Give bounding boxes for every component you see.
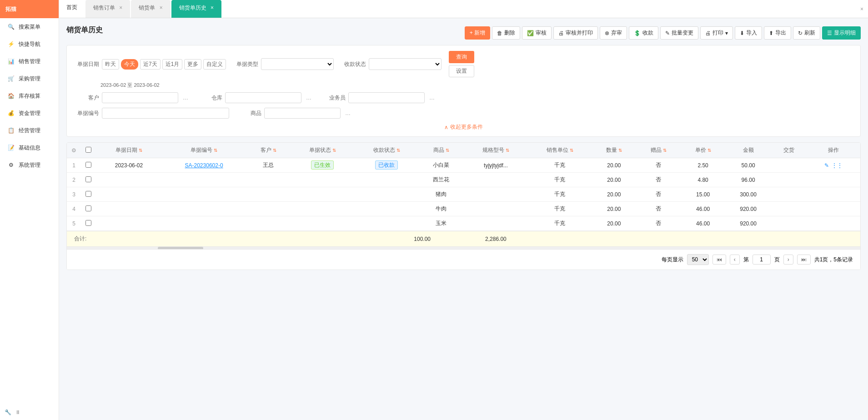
customer-dots[interactable]: … <box>181 94 190 102</box>
tab-sales-invoice[interactable]: 销货单 × <box>131 0 170 18</box>
doc-type-select[interactable] <box>261 58 334 70</box>
sidebar-item-label: 销售管理 <box>19 58 40 65</box>
warehouse-input[interactable] <box>225 92 301 103</box>
sort-customer-icon[interactable]: ⇅ <box>273 148 276 153</box>
product-dots[interactable]: … <box>343 109 352 117</box>
import-button[interactable]: ⬇ 导入 <box>735 26 762 40</box>
page-last-btn[interactable]: ⏭ <box>797 255 811 265</box>
page-size-select[interactable]: 50 <box>687 254 709 265</box>
new-button[interactable]: + 新增 <box>465 26 490 40</box>
tab-sales-order-close[interactable]: × <box>119 5 122 11</box>
collapse-btn[interactable]: ∧ 收起更多条件 <box>74 123 853 131</box>
sidebar-item-system-mgmt[interactable]: ⚙ 系统管理 <box>0 156 59 174</box>
page-prev-btn[interactable]: ‹ <box>730 255 740 265</box>
sort-qty-icon[interactable]: ⇅ <box>618 148 622 153</box>
th-delivery: 交货 <box>771 143 807 158</box>
page-first-btn[interactable]: ⏮ <box>712 255 726 265</box>
setting-button[interactable]: 设置 <box>449 65 474 77</box>
logo-text: 拓猫 <box>5 5 16 13</box>
sort-spec-icon[interactable]: ⇅ <box>506 148 509 153</box>
customer-input[interactable] <box>102 92 178 103</box>
salesperson-input[interactable] <box>348 92 425 103</box>
cell-date <box>96 216 162 231</box>
print-button[interactable]: 🖨 打印 ▾ <box>700 26 733 40</box>
cell-unit: 千克 <box>528 216 592 231</box>
cell-gift: 否 <box>636 158 681 173</box>
tab-sales-history-close[interactable]: × <box>211 5 214 11</box>
sort-docstatus-icon[interactable]: ⇅ <box>332 148 336 153</box>
tab-sales-history[interactable]: 销货单历史 × <box>171 0 221 18</box>
sidebar-logo: 拓猫 <box>0 0 59 18</box>
sort-payment-icon[interactable]: ⇅ <box>396 148 400 153</box>
page-next-btn[interactable]: › <box>783 255 793 265</box>
sidebar-item-sales-mgmt[interactable]: 📊 销售管理 <box>0 53 59 70</box>
product-input[interactable] <box>264 108 341 119</box>
abandon-icon: ⊗ <box>605 30 609 36</box>
cell-product: 牛肉 <box>418 202 464 216</box>
sidebar-item-basic-info[interactable]: 📝 基础信息 <box>0 139 59 156</box>
edit-action-btn[interactable]: ✎ <box>823 162 830 169</box>
date-btn-custom[interactable]: 自定义 <box>203 59 226 70</box>
row-checkbox[interactable] <box>85 220 91 226</box>
doc-no-link[interactable]: SA-20230602-0 <box>185 162 223 169</box>
salesperson-dots[interactable]: … <box>427 94 437 102</box>
sort-docno-icon[interactable]: ⇅ <box>214 148 217 153</box>
date-btn-yesterday[interactable]: 昨天 <box>102 59 119 70</box>
cell-amount: 300.00 <box>725 187 771 202</box>
cell-payment <box>355 202 419 216</box>
cell-spec <box>464 173 528 187</box>
tab-sales-order[interactable]: 销售订单 × <box>85 0 130 18</box>
export-button[interactable]: ⬆ 导出 <box>764 26 791 40</box>
date-btn-1month[interactable]: 近1月 <box>162 59 183 70</box>
date-shortcuts: 昨天 今天 近7天 近1月 更多 自定义 <box>102 59 226 70</box>
sort-gift-icon[interactable]: ⇅ <box>663 148 667 153</box>
sidebar-item-inventory[interactable]: 🏠 库存核算 <box>0 87 59 105</box>
filter-actions: 查询 设置 <box>449 51 474 77</box>
payment-status-select[interactable] <box>369 58 442 70</box>
select-all-th[interactable] <box>81 143 96 158</box>
print-review-button[interactable]: 🖨 审核并打印 <box>553 26 598 40</box>
sidebar-item-quick-nav[interactable]: ⚡ 快捷导航 <box>0 35 59 53</box>
close-window[interactable]: × <box>860 0 868 18</box>
row-checkbox[interactable] <box>85 176 91 182</box>
abandon-button[interactable]: ⊗ 弃审 <box>600 26 627 40</box>
show-detail-button[interactable]: ☰ 显示明细 <box>822 26 861 40</box>
sort-date-icon[interactable]: ⇅ <box>139 148 142 153</box>
gear-settings-th[interactable]: ⚙ <box>67 143 81 158</box>
tab-sales-invoice-close[interactable]: × <box>160 5 163 11</box>
cell-qty: 20.00 <box>592 173 636 187</box>
sort-price-icon[interactable]: ⇅ <box>707 148 711 153</box>
toolbar: + 新增 🗑 删除 ✅ 审核 🖨 审核并打印 ⊗ 弃审 <box>465 26 861 40</box>
warehouse-dots[interactable]: … <box>304 94 313 102</box>
more-action-btn[interactable]: ⋮⋮ <box>830 162 844 169</box>
refresh-button[interactable]: ↻ 刷新 <box>793 26 820 40</box>
select-all-checkbox[interactable] <box>85 147 91 153</box>
sort-product-icon[interactable]: ⇅ <box>446 148 449 153</box>
cell-payment <box>355 173 419 187</box>
row-checkbox[interactable] <box>85 205 91 211</box>
sidebar-item-search-menu[interactable]: 🔍 搜索菜单 <box>0 18 59 35</box>
sidebar-item-ops-mgmt[interactable]: 📋 经营管理 <box>0 122 59 139</box>
filter-doc-type: 单据类型 <box>233 58 334 70</box>
batch-change-button[interactable]: ✎ 批量变更 <box>660 26 698 40</box>
summary-amount: 2,286.00 <box>485 236 507 242</box>
page-number-input[interactable]: 1 <box>753 255 771 265</box>
th-doc-status: 单据状态⇅ <box>291 143 355 158</box>
date-btn-7days[interactable]: 近7天 <box>140 59 161 70</box>
row-checkbox[interactable] <box>85 162 91 168</box>
doc-no-input[interactable] <box>102 108 229 119</box>
tab-home[interactable]: 首页 <box>59 0 85 18</box>
row-checkbox[interactable] <box>85 191 91 197</box>
collect-button[interactable]: 💲 收款 <box>629 26 658 40</box>
basic-info-icon: 📝 <box>7 144 15 152</box>
sidebar-item-purchase-mgmt[interactable]: 🛒 采购管理 <box>0 70 59 87</box>
date-btn-today[interactable]: 今天 <box>121 59 138 70</box>
review-button[interactable]: ✅ 审核 <box>522 26 552 40</box>
delete-button[interactable]: 🗑 删除 <box>492 26 520 40</box>
sort-unit-icon[interactable]: ⇅ <box>570 148 573 153</box>
query-button[interactable]: 查询 <box>449 51 474 63</box>
cell-docno <box>162 202 246 216</box>
sidebar-item-finance[interactable]: 💰 资金管理 <box>0 105 59 122</box>
date-btn-more[interactable]: 更多 <box>184 59 201 70</box>
doc-type-label: 单据类型 <box>233 60 258 68</box>
